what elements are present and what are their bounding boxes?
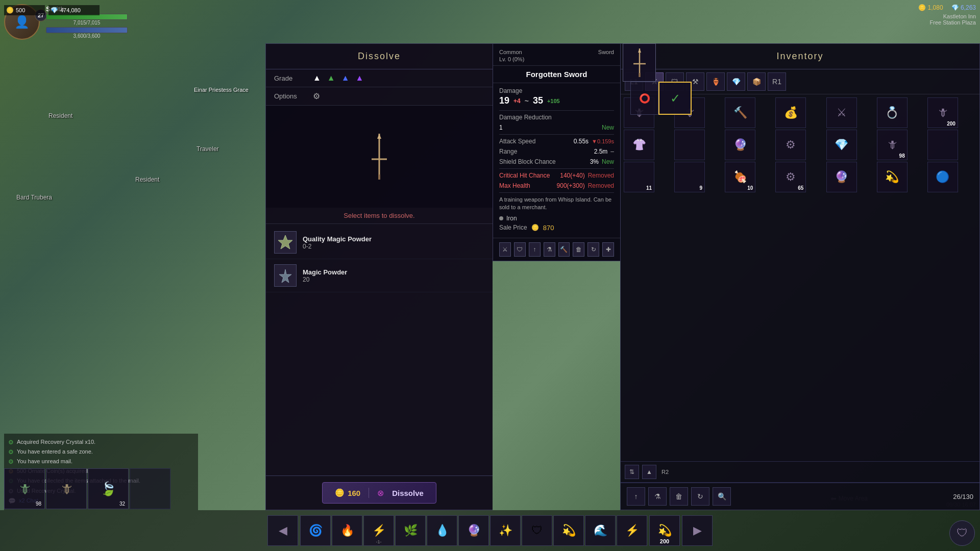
grade-icon-epic[interactable]: ▲: [356, 73, 364, 83]
skill-slot-2[interactable]: 🔥: [332, 515, 362, 546]
health-text: 7,015/7,015: [46, 20, 128, 26]
inv-slot-19[interactable]: 🔮: [826, 162, 857, 192]
skill-slot-3[interactable]: ⚡ -1-: [363, 515, 394, 546]
inv-slot-18[interactable]: ⚙65: [775, 162, 806, 192]
tooltip-body: Damage 19 +4 ~ 35 +105 Damage Reduction: [493, 83, 620, 238]
dissolve-button[interactable]: 🪙 160 ⊗ Dissolve: [322, 482, 436, 504]
attack-speed-value: 0.55s: [574, 138, 589, 145]
skill-slot-11[interactable]: ⚡: [617, 515, 647, 546]
stamina-text: 3,600/3,600: [46, 33, 128, 39]
action-icon-2[interactable]: 🛡: [514, 242, 526, 257]
damage-max: 35: [533, 95, 543, 106]
action-icon-6[interactable]: 🗑: [573, 242, 584, 257]
selected-item-slot[interactable]: ✓: [658, 82, 692, 115]
inv-slot-17[interactable]: 🍖10: [725, 162, 755, 192]
grade-icon-uncommon[interactable]: ▲: [327, 73, 335, 83]
action-icon-3[interactable]: ↑: [529, 242, 541, 257]
inv-slot-9[interactable]: [674, 130, 705, 160]
r2-label: R2: [662, 469, 669, 475]
quick-slot-4[interactable]: [130, 468, 170, 509]
powder-name: Magic Powder: [303, 268, 484, 276]
quick-slot-3[interactable]: 🍃 32: [88, 468, 129, 509]
cost-value: 160: [348, 489, 360, 497]
inv-slot-20[interactable]: 💫: [877, 162, 908, 192]
inv-slot-15[interactable]: 11: [624, 162, 654, 192]
tooltip-sword-icon: [629, 47, 650, 78]
inv-slot-10[interactable]: 🔮: [725, 130, 755, 160]
options-icon[interactable]: ⚙: [313, 91, 320, 101]
skill-slot-5[interactable]: 💧: [427, 515, 457, 546]
skill-slot-10[interactable]: 🌊: [585, 515, 616, 546]
inv-slot-12[interactable]: 💎: [826, 130, 857, 160]
inv-slot-6[interactable]: 💍: [877, 97, 908, 128]
inv-slot-7[interactable]: 🗡200: [927, 97, 958, 128]
options-row: Options ⚙: [266, 87, 493, 106]
npc-label-resident2: Resident: [135, 176, 159, 183]
cost-icon: 🪙: [335, 488, 345, 497]
shield-icon: 🛡: [957, 527, 968, 540]
max-health-row: Max Health 900(+300) Removed: [499, 182, 614, 189]
hotbar-next[interactable]: ▶: [682, 515, 713, 546]
powder-icon: [274, 264, 297, 287]
currency-display-1: 🪙 500: [4, 5, 45, 15]
action-icon-7[interactable]: ↻: [587, 242, 599, 257]
grade-icon-rare[interactable]: ▲: [341, 73, 350, 83]
action-icon-5[interactable]: 🔨: [558, 242, 570, 257]
skill-slot-8[interactable]: 🛡: [522, 515, 552, 546]
divider-2: [499, 134, 614, 135]
quality-powder-icon: [274, 231, 297, 254]
inv-tab-misc[interactable]: 📦: [747, 72, 766, 91]
quick-slot-1[interactable]: 🗡 98: [4, 468, 45, 509]
shield-button[interactable]: 🛡: [949, 520, 975, 546]
grade-icon-common[interactable]: ▲: [313, 73, 321, 83]
inv-tab-potions[interactable]: 🏺: [706, 72, 725, 91]
shield-block-status: New: [602, 158, 614, 165]
inv-tab-gems[interactable]: 💎: [727, 72, 745, 91]
skill-count-slot[interactable]: 💫 200: [649, 515, 680, 546]
sale-label: Sale Price: [499, 224, 527, 231]
npc-label-bard: Bard Trubera: [16, 194, 52, 201]
skill-slot-4[interactable]: 🌿: [395, 515, 426, 546]
footer-icon-trash[interactable]: 🗑: [670, 487, 688, 506]
sword-icon: [364, 131, 395, 182]
damage-reduction-value-row: 1 New: [499, 124, 614, 131]
action-icon-8[interactable]: ✚: [602, 242, 614, 257]
inv-slot-11[interactable]: ⚙: [775, 130, 806, 160]
dissolve-item-powder[interactable]: Magic Powder 20: [266, 259, 493, 292]
inv-slot-14[interactable]: [927, 130, 958, 160]
inv-slot-8[interactable]: 👚: [624, 130, 654, 160]
skill-slot-6[interactable]: 🔮: [458, 515, 489, 546]
dissolve-item-quality-powder[interactable]: Quality Magic Powder 0-2: [266, 226, 493, 259]
skill-slot-1[interactable]: 🌀: [300, 515, 331, 546]
skill-bar: 🌀 🔥 ⚡ -1- 🌿 💧 🔮 ✨ 🛡 💫 🌊 ⚡: [300, 515, 647, 546]
damage-old-max: +105: [547, 98, 560, 104]
grade-icons[interactable]: ▲ ▲ ▲ ▲: [313, 73, 363, 83]
ring-icon: ⭕: [639, 93, 650, 104]
expand-icon[interactable]: ▲: [642, 465, 656, 479]
footer-icon-filter[interactable]: ⚗: [648, 487, 667, 506]
inv-slot-16[interactable]: 9: [674, 162, 705, 192]
inventory-sort-bar: ⇅ ▲ R2: [621, 461, 979, 483]
inv-slot-5[interactable]: ⚔: [826, 97, 857, 128]
skill-slot-9[interactable]: 💫: [553, 515, 584, 546]
footer-icon-search[interactable]: 🔍: [713, 487, 731, 506]
divider-4: [499, 192, 614, 193]
action-icon-4[interactable]: ⚗: [544, 242, 555, 257]
npc-label-traveler: Traveler: [197, 145, 219, 153]
skill-slot-7[interactable]: ✨: [490, 515, 521, 546]
inv-slot-13[interactable]: 🗡98: [877, 130, 908, 160]
hotbar-prev[interactable]: ◀: [267, 515, 298, 546]
shield-block-value: 3%: [590, 158, 599, 165]
crit-label: Critical Hit Chance: [499, 172, 550, 179]
footer-icon-store[interactable]: ↻: [691, 487, 709, 506]
quick-slot-2[interactable]: 🗡: [46, 468, 87, 509]
range-row: Range 2.5m –: [499, 148, 614, 155]
inv-slot-21[interactable]: 🔵: [927, 162, 958, 192]
action-icon-1[interactable]: ⚔: [499, 242, 511, 257]
footer-icon-sort[interactable]: ↑: [627, 487, 645, 506]
sort-icon[interactable]: ⇅: [625, 465, 639, 479]
inv-slot-4[interactable]: 💰: [775, 97, 806, 128]
inv-slot-3[interactable]: 🔨: [725, 97, 755, 128]
ring-slot[interactable]: ⭕: [630, 82, 658, 115]
inv-tab-r1[interactable]: R1: [768, 72, 786, 91]
